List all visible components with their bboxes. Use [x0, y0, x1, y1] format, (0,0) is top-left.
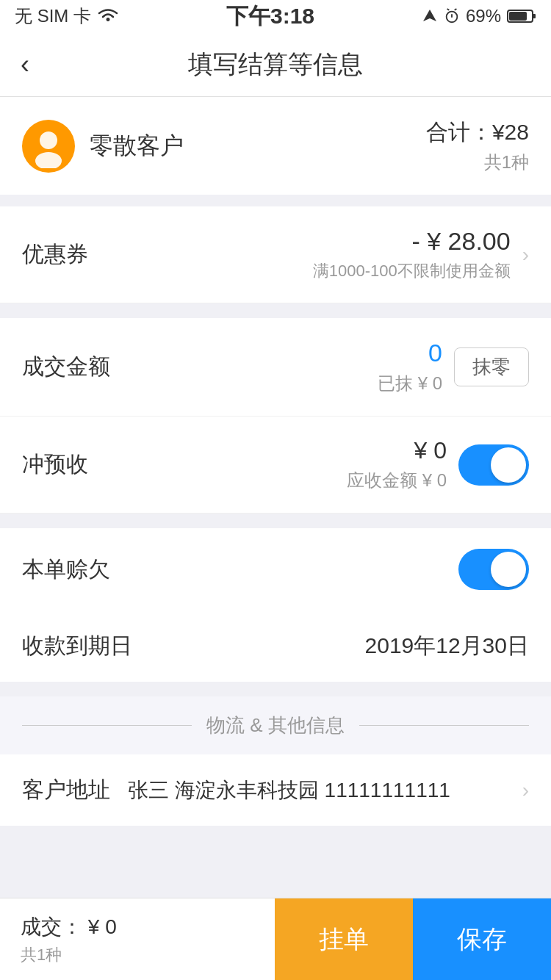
prepayment-right: ¥ 0 应收金额 ¥ 0: [347, 437, 529, 492]
customer-total: 合计：¥28 共1种: [426, 118, 529, 174]
svg-rect-6: [509, 12, 527, 21]
prepayment-row: 冲预收 ¥ 0 应收金额 ¥ 0: [0, 417, 551, 514]
coupon-label: 优惠券: [22, 239, 88, 270]
status-bar: 无 SIM 卡 下午3:18 69%: [0, 0, 551, 32]
avatar-icon: [26, 124, 71, 168]
status-left: 无 SIM 卡: [15, 4, 119, 28]
deal-amount-label: 成交金额: [22, 352, 110, 382]
logistics-line-left: [22, 725, 192, 726]
location-icon: [422, 8, 438, 24]
back-button[interactable]: ‹: [21, 49, 29, 80]
svg-line-2: [447, 9, 450, 10]
address-label: 客户地址: [22, 775, 110, 805]
customer-left: 零散客户: [22, 120, 184, 173]
battery-icon: [507, 8, 536, 24]
bottom-info: 成交： ¥ 0 共1种: [0, 913, 275, 966]
nav-bar: ‹ 填写结算等信息: [0, 32, 551, 97]
coupon-chevron-icon: ›: [522, 243, 529, 267]
bottom-deal-label: 成交：: [21, 915, 82, 938]
address-chevron-icon: ›: [522, 779, 529, 802]
svg-line-3: [455, 9, 457, 10]
credit-row: 本单赊欠: [0, 528, 551, 610]
moling-button[interactable]: 抹零: [454, 347, 529, 386]
alarm-icon: [444, 8, 460, 24]
bottom-count: 共1种: [21, 944, 254, 966]
due-date-value: 2019年12月30日: [365, 631, 529, 661]
prepayment-label: 冲预收: [22, 450, 88, 480]
deal-amount-right: 0 已抹 ¥ 0 抹零: [378, 339, 529, 395]
page-title: 填写结算等信息: [188, 48, 363, 82]
coupon-row[interactable]: 优惠券 - ¥ 28.00 满1000-100不限制使用金额 ›: [0, 206, 551, 303]
due-date-row: 收款到期日 2019年12月30日: [0, 610, 551, 682]
deal-amount-row: 成交金额 0 已抹 ¥ 0 抹零: [0, 318, 551, 417]
section-divider-1: [0, 303, 551, 318]
battery-percent: 69%: [466, 6, 501, 26]
svg-point-8: [35, 152, 62, 168]
prepayment-amount-area: ¥ 0 应收金额 ¥ 0: [347, 437, 447, 492]
prepayment-sub: 应收金额 ¥ 0: [347, 469, 447, 492]
due-date-label: 收款到期日: [22, 631, 132, 661]
bottom-bar: 成交： ¥ 0 共1种 挂单 保存: [0, 898, 551, 980]
customer-name: 零散客户: [90, 130, 184, 162]
sim-status: 无 SIM 卡: [15, 4, 91, 28]
svg-rect-5: [533, 14, 536, 18]
bottom-deal-text: 成交： ¥ 0: [21, 913, 254, 941]
total-count: 共1种: [426, 151, 529, 174]
prepayment-value: ¥ 0: [347, 437, 447, 464]
coupon-amount-area: - ¥ 28.00 满1000-100不限制使用金额: [313, 227, 511, 282]
status-right: 69%: [422, 6, 536, 26]
customer-avatar: [22, 120, 75, 173]
address-value: 张三 海淀永丰科技园 11111111111: [128, 777, 514, 804]
content-area: 零散客户 合计：¥28 共1种 优惠券 - ¥ 28.00 满1000-100不…: [0, 97, 551, 980]
coupon-sub-text: 满1000-100不限制使用金额: [313, 260, 511, 282]
coupon-discount-amount: - ¥ 28.00: [313, 227, 511, 256]
deal-amount-area: 0 已抹 ¥ 0: [378, 339, 442, 395]
prepayment-toggle[interactable]: [458, 444, 529, 486]
customer-row: 零散客户 合计：¥28 共1种: [0, 97, 551, 195]
svg-point-7: [40, 131, 57, 149]
deal-amount-value[interactable]: 0: [378, 339, 442, 367]
save-button[interactable]: 保存: [413, 898, 551, 981]
credit-toggle[interactable]: [458, 549, 529, 590]
bottom-deal-amount: ¥ 0: [88, 915, 117, 938]
total-amount: 合计：¥28: [426, 118, 529, 148]
pending-button[interactable]: 挂单: [275, 898, 413, 981]
wifi-icon: [97, 8, 119, 24]
logistics-line-right: [359, 725, 529, 726]
deal-amount-sub: 已抹 ¥ 0: [378, 372, 442, 395]
section-divider-3: [0, 682, 551, 696]
status-time: 下午3:18: [226, 1, 314, 32]
logistics-title: 物流 & 其他信息: [206, 713, 345, 738]
credit-label: 本单赊欠: [22, 555, 110, 585]
coupon-right: - ¥ 28.00 满1000-100不限制使用金额 ›: [313, 227, 529, 282]
address-row[interactable]: 客户地址 张三 海淀永丰科技园 11111111111 ›: [0, 754, 551, 826]
logistics-header: 物流 & 其他信息: [0, 696, 551, 754]
section-divider-2: [0, 514, 551, 528]
